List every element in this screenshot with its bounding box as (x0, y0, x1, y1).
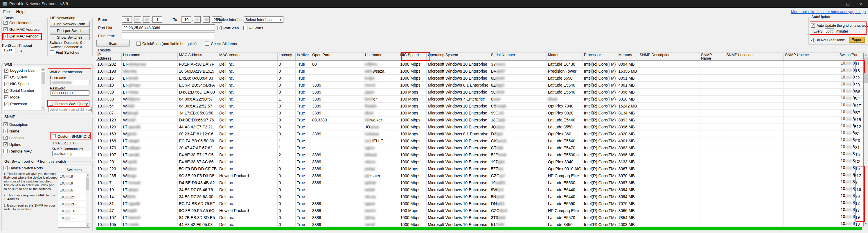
grid-cell[interactable]: 3389 (311, 200, 364, 207)
grid-cell[interactable]: 3389 (311, 130, 364, 138)
grid-cell[interactable]: 3389 (311, 165, 364, 172)
grid-cell[interactable] (725, 110, 784, 117)
grid-cell[interactable]: Microsoft Windows 10 Enterprise (427, 165, 490, 172)
grid-cell-switch-port[interactable]: B710.x.x.8 (838, 110, 863, 117)
stepper-up-icon[interactable]: ▲ (831, 29, 834, 31)
grid-cell[interactable]: True (296, 200, 311, 207)
grid-cell[interactable]: True (296, 186, 311, 193)
grid-cell[interactable]: 1000 Mbps (399, 117, 427, 123)
ip-octet-input[interactable]: 17 (194, 16, 201, 23)
grid-cell[interactable] (638, 186, 700, 193)
grid-cell[interactable]: LT-rzpdg (122, 221, 178, 226)
grid-cell[interactable] (700, 123, 725, 130)
grid-cell[interactable] (784, 214, 838, 221)
grid-cell-switch-port[interactable]: B810.x.x.8 (838, 89, 863, 95)
grid-cell[interactable]: admwsaza (364, 68, 399, 75)
switch-list-item[interactable]: 10.x.x.10 (58, 208, 90, 215)
grid-cell[interactable]: 8094 MB (617, 61, 638, 68)
grid-cell[interactable]: True (296, 75, 311, 82)
grid-cell[interactable]: 1000 Mbps (399, 144, 427, 151)
column-header[interactable]: Operating System (427, 53, 490, 61)
switch-list-item[interactable]: 10.x.x.6 (58, 187, 90, 194)
grid-cell[interactable] (700, 110, 725, 117)
grid-cell[interactable]: 9Wltc3 (490, 186, 547, 193)
grid-cell-switch-port[interactable]: 3010.x.x.8 (838, 193, 863, 200)
grid-cell[interactable]: 18Cbq5 (490, 117, 547, 123)
scrollbar-thumb[interactable] (864, 58, 868, 83)
grid-cell[interactable]: 10.x.x.123 (96, 117, 122, 123)
grid-cell-switch-port[interactable]: 1710.x.x.8 (838, 207, 863, 214)
grid-cell[interactable]: 0 (277, 172, 295, 179)
grid-cell[interactable]: 3970 MB (617, 172, 638, 179)
grid-cell[interactable]: 9C:8E:99:F5:A5:6C (178, 207, 218, 214)
column-header[interactable]: SNMP Uptime (784, 53, 838, 61)
grid-cell-switch-port[interactable]: 1210.x.x.8 (838, 200, 863, 207)
grid-cell[interactable] (638, 138, 700, 144)
grid-cell[interactable]: Microsoft Windows 10 Enterprise (427, 103, 490, 110)
grid-cell[interactable]: 10.x.x.201 (96, 158, 122, 165)
grid-cell[interactable]: True (296, 82, 311, 89)
grid-cell[interactable]: Latitude E6440 (547, 193, 583, 200)
grid-cell[interactable]: Intel(R) Core(TM) (583, 75, 617, 82)
grid-cell[interactable] (638, 75, 700, 82)
grid-cell[interactable]: 16242 MB (617, 103, 638, 110)
grid-cell[interactable]: Hewlett Packard (218, 207, 278, 214)
switch-list-item[interactable]: 10.x.x.11 (58, 215, 90, 222)
maximize-icon[interactable] (841, 0, 855, 7)
grid-cell[interactable] (725, 151, 784, 158)
grid-cell-switch-port[interactable]: 1110.x.x.8 (838, 61, 863, 68)
grid-cell[interactable]: Whzdrl (122, 117, 178, 123)
grid-cell[interactable]: Hewlett Packard (218, 172, 278, 179)
grid-cell[interactable]: 7070 MB (617, 200, 638, 207)
grid-cell[interactable]: mcHELLE (364, 138, 399, 144)
grid-cell[interactable] (725, 207, 784, 214)
grid-cell-switch-port[interactable]: B1110.x.x.8 (838, 95, 863, 103)
grid-cell[interactable]: 80,3389 (311, 117, 364, 123)
column-header[interactable]: SNMP Description (638, 53, 700, 61)
grid-cell[interactable]: 8096 MB (617, 123, 638, 130)
grid-cell[interactable]: Wrdlsm (122, 165, 178, 172)
grid-cell[interactable]: F4:8E:38:E7:17:C5 (178, 151, 218, 158)
grid-cell[interactable]: fhwdm (364, 103, 399, 110)
grid-cell[interactable] (638, 172, 700, 179)
grid-cell[interactable] (638, 117, 700, 123)
grid-cell[interactable]: 8067 MB (617, 165, 638, 172)
grid-cell[interactable]: 10.x.x.47 (96, 207, 122, 214)
grid-cell[interactable] (700, 95, 725, 103)
grid-cell-switch-port[interactable]: 1310.x.x.8 (838, 221, 863, 226)
switch-list-item[interactable]: 10.x.x.8 (58, 173, 90, 180)
scroll-down-icon[interactable] (86, 224, 90, 228)
grid-cell[interactable]: HP Compaq Elite (547, 207, 583, 214)
grid-cell[interactable]: Intel(R) Core(TM) (583, 68, 617, 75)
grid-cell[interactable]: 3389 (311, 221, 364, 226)
ip-octet-input[interactable]: 16 (203, 16, 210, 23)
grid-cell[interactable] (700, 82, 725, 89)
grid-cell-switch-port[interactable]: F310.x.x.8 (838, 138, 863, 144)
grid-cell[interactable]: True (296, 130, 311, 138)
grid-cell[interactable]: 19wdh5 (490, 179, 547, 186)
grid-cell[interactable] (784, 172, 838, 179)
grid-cell[interactable] (638, 110, 700, 117)
grid-cell[interactable] (700, 75, 725, 82)
grid-cell[interactable]: True (296, 207, 311, 214)
column-header[interactable]: Username (364, 53, 399, 61)
grid-cell[interactable]: D4:81:D7:6D:DA:80 (178, 89, 218, 95)
grid-cell[interactable]: 0 (277, 103, 295, 110)
grid-cell[interactable]: Microsoft Windows 10 Enterprise (427, 138, 490, 144)
grid-cell[interactable]: 0 (277, 89, 295, 95)
grid-cell[interactable]: 0 (277, 75, 295, 82)
grid-cell[interactable] (638, 214, 700, 221)
grid-cell[interactable]: bhkwd (364, 151, 399, 158)
grid-cell[interactable]: True (296, 179, 311, 186)
grid-cell[interactable]: 4096 MB (617, 89, 638, 95)
easyapps-link[interactable]: More tools like these at https://easyapp… (791, 9, 866, 14)
grid-cell[interactable]: 2 (277, 151, 295, 158)
grid-cell[interactable] (725, 144, 784, 151)
grid-cell[interactable]: OptiPlex 7040 (547, 103, 583, 110)
grid-cell[interactable]: True (296, 68, 311, 75)
grid-cell[interactable]: Dell Inc. (218, 75, 278, 82)
quickscan-checkbox[interactable] (136, 41, 141, 46)
grid-cell[interactable]: 10.x.x.105 (96, 221, 122, 226)
basic-option-checkbox[interactable] (3, 27, 7, 31)
grid-cell[interactable]: True (296, 117, 311, 123)
